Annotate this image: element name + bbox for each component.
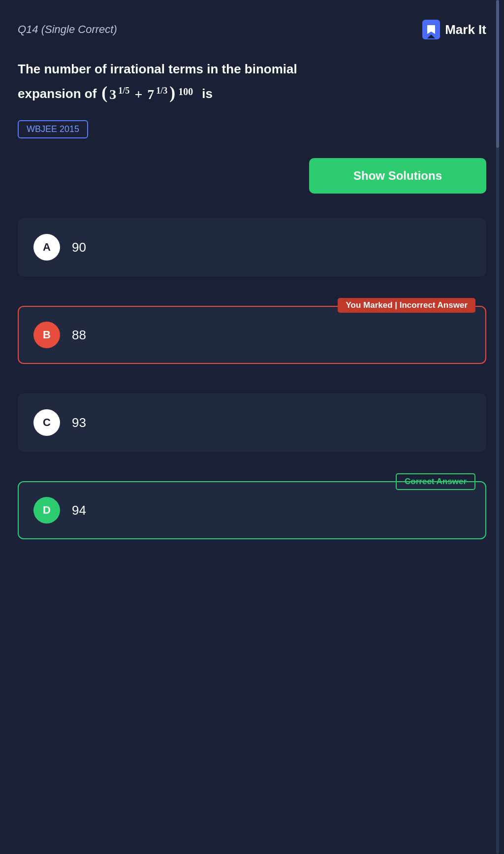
status-tag-d: Correct Answer bbox=[396, 473, 475, 490]
bookmark-icon bbox=[422, 20, 440, 39]
question-label: Q14 (Single Correct) bbox=[18, 23, 117, 36]
option-card-c[interactable]: C 93 bbox=[18, 394, 486, 452]
option-badge-b: B bbox=[33, 322, 60, 348]
option-badge-c: C bbox=[33, 409, 60, 436]
close-paren: ) bbox=[169, 84, 175, 101]
question-line1: The number of irrational terms in the bi… bbox=[18, 59, 486, 80]
option-card-a[interactable]: A 90 bbox=[18, 218, 486, 276]
option-card-b[interactable]: You Marked | Incorrect Answer B 88 bbox=[18, 306, 486, 364]
math-expression: ( 3 1/5 + 7 1/3 ) 100 bbox=[101, 84, 193, 106]
question-line2: expansion of bbox=[18, 84, 96, 104]
option-text-b: 88 bbox=[72, 328, 86, 343]
option-text-d: 94 bbox=[72, 503, 86, 518]
show-solutions-button[interactable]: Show Solutions bbox=[309, 158, 486, 194]
mark-it-label: Mark It bbox=[445, 22, 486, 37]
option-badge-a: A bbox=[33, 234, 60, 261]
question-suffix: is bbox=[202, 84, 213, 104]
divider-2 bbox=[18, 379, 486, 394]
tag-badge: WBJEE 2015 bbox=[18, 120, 88, 138]
option-text-a: 90 bbox=[72, 240, 86, 255]
scroll-thumb[interactable] bbox=[496, 0, 499, 148]
mark-it-button[interactable]: Mark It bbox=[422, 20, 486, 39]
plus-sign: + bbox=[134, 84, 142, 106]
show-solutions-container: Show Solutions bbox=[18, 158, 486, 194]
scrollbar[interactable] bbox=[496, 0, 499, 854]
exp-1-5: 1/5 bbox=[118, 84, 129, 98]
header: Q14 (Single Correct) Mark It bbox=[18, 20, 486, 39]
open-paren: ( bbox=[101, 84, 107, 101]
power-100: 100 bbox=[178, 84, 193, 99]
option-badge-d: D bbox=[33, 497, 60, 524]
question-text: The number of irrational terms in the bi… bbox=[18, 59, 486, 105]
option-text-c: 93 bbox=[72, 415, 86, 430]
base-7: 7 bbox=[147, 84, 154, 106]
exp-1-3: 1/3 bbox=[156, 84, 167, 98]
base-3: 3 bbox=[109, 84, 116, 106]
status-tag-b: You Marked | Incorrect Answer bbox=[338, 298, 475, 313]
option-card-d[interactable]: Correct Answer D 94 bbox=[18, 481, 486, 539]
